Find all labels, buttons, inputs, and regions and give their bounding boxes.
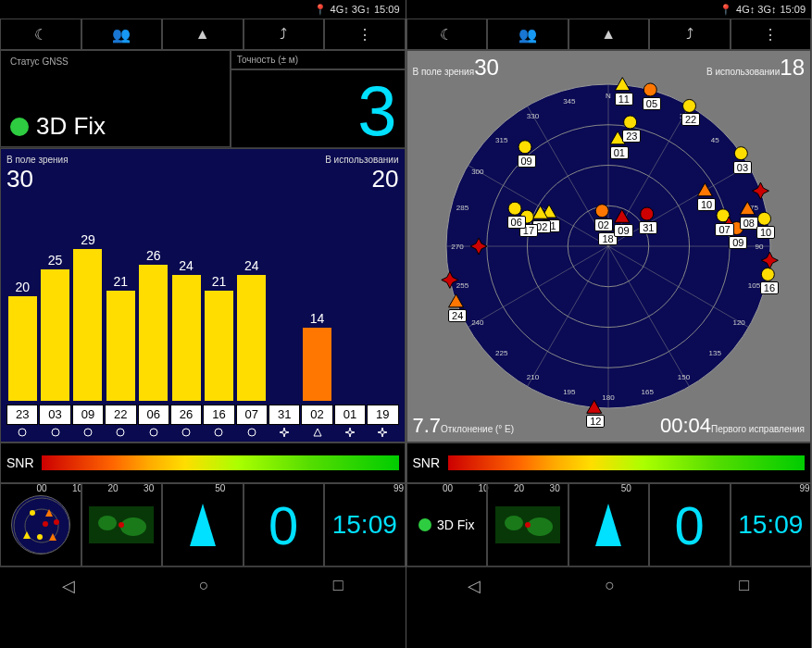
menu-icon: ⋮ <box>357 26 372 44</box>
accuracy-label: Точность (± м) <box>231 50 406 69</box>
people-icon: 👥 <box>518 26 537 44</box>
tab-arrow[interactable]: ▲ <box>568 19 650 50</box>
navbar-left: ◁ ○ □ <box>0 567 406 604</box>
deviation-label: Отклонение (° E) <box>441 424 514 434</box>
svg-point-72 <box>508 202 521 215</box>
bar-23: 20 <box>6 296 38 401</box>
snr-label: SNR <box>413 455 441 470</box>
svg-text:165: 165 <box>642 388 655 396</box>
tab-menu[interactable]: ⋮ <box>731 19 812 50</box>
sat-id-22: 22 <box>105 405 136 425</box>
svg-marker-10 <box>345 428 355 437</box>
sat-label-31: 31 <box>639 221 657 234</box>
tab-arrow[interactable]: ▲ <box>162 19 244 50</box>
speed-value: 0 <box>675 494 705 556</box>
time-cell[interactable]: 15:09 <box>731 483 812 567</box>
sat-shape-16 <box>203 427 234 438</box>
gnss-status-box[interactable]: Статус GNSS 3D Fix <box>0 50 231 147</box>
nav-back[interactable]: ◁ <box>62 576 75 596</box>
world-map-cell[interactable] <box>81 483 163 567</box>
nav-back[interactable]: ◁ <box>468 576 481 596</box>
bar-06: 26 <box>138 265 169 401</box>
svg-point-81 <box>758 212 771 225</box>
compass-icon <box>190 504 216 546</box>
svg-point-16 <box>54 519 59 525</box>
sat-label-08: 08 <box>740 217 758 230</box>
gnss-label: Статус GNSS <box>10 56 220 67</box>
accuracy-box[interactable]: Точность (± м) 3 <box>231 50 406 147</box>
arrow-icon: ▲ <box>195 26 210 43</box>
moon-icon: ☾ <box>440 26 453 44</box>
nav-home[interactable]: ○ <box>605 576 615 595</box>
speed-value: 0 <box>269 494 298 556</box>
svg-point-14 <box>30 510 35 516</box>
compass-cell[interactable] <box>568 483 650 567</box>
tab-moon[interactable]: ☾ <box>0 19 81 50</box>
share-icon: ⤴ <box>686 26 693 43</box>
svg-text:N: N <box>606 92 611 100</box>
nav-recent[interactable]: □ <box>333 576 344 595</box>
speed-cell[interactable]: 0 <box>244 483 325 567</box>
tab-people[interactable]: 👥 <box>487 19 568 50</box>
tabs-left: ☾ 👥 ▲ ⤴ ⋮ <box>0 19 406 50</box>
navbar-right: ◁ ○ □ <box>406 567 812 604</box>
bars-shapes <box>6 427 399 438</box>
svg-point-96 <box>525 522 531 528</box>
mini-radar-icon <box>11 495 70 555</box>
svg-point-82 <box>762 268 775 280</box>
svg-point-5 <box>182 429 190 436</box>
sat-label-09: 09 <box>518 155 536 168</box>
bar-22: 21 <box>105 291 136 401</box>
sky-radar[interactable]: В поле зрения30 В использовании18 N15304… <box>406 50 812 442</box>
accuracy-value: 3 <box>357 70 396 151</box>
sat-id-26: 26 <box>170 405 202 425</box>
bar-09: 29 <box>72 249 104 401</box>
sat-id-03: 03 <box>39 405 70 425</box>
location-icon: 📍 <box>314 4 327 16</box>
snr-bar-chart[interactable]: В поле зрения 30 В использовании 20 2025… <box>0 148 406 442</box>
first-fix-value: 00:04 <box>660 414 711 437</box>
right-pane: 📍 4G↕ 3G↕ 15:09 ☾ 👥 ▲ ⤴ ⋮ В поле зрения3… <box>406 0 813 648</box>
sat-shape-03 <box>39 427 70 438</box>
tab-share[interactable]: ⤴ <box>244 19 325 50</box>
svg-point-86 <box>683 99 696 112</box>
nav-recent[interactable]: □ <box>739 576 749 595</box>
tabs-right: ☾ 👥 ▲ ⤴ ⋮ <box>406 19 812 50</box>
compass-cell[interactable] <box>162 483 244 567</box>
tab-moon[interactable]: ☾ <box>406 19 488 50</box>
arrow-icon: ▲ <box>601 26 616 43</box>
svg-point-68 <box>641 207 654 220</box>
time-cell[interactable]: 15:09 <box>324 483 406 567</box>
nav-home[interactable]: ○ <box>199 576 209 595</box>
speed-cell[interactable]: 0 <box>649 483 731 567</box>
svg-point-84 <box>735 147 748 160</box>
sat-label-10: 10 <box>756 226 775 239</box>
time-value: 15:09 <box>332 510 397 540</box>
fix-text: 3D Fix <box>437 517 474 532</box>
sat-label-01: 01 <box>610 146 629 159</box>
svg-point-12 <box>14 498 69 554</box>
fix-status-cell[interactable]: 3D Fix <box>406 483 488 567</box>
sat-label-24: 24 <box>448 309 467 322</box>
svg-marker-8 <box>280 428 289 437</box>
svg-point-66 <box>595 205 608 218</box>
svg-text:210: 210 <box>527 373 540 381</box>
tab-share[interactable]: ⤴ <box>649 19 731 50</box>
tab-menu[interactable]: ⋮ <box>324 19 406 50</box>
svg-point-75 <box>518 141 531 154</box>
gnss-status-dot <box>418 518 431 531</box>
mini-radar-cell[interactable] <box>0 483 81 567</box>
svg-point-4 <box>150 429 157 436</box>
svg-text:195: 195 <box>563 388 576 396</box>
world-map-cell[interactable] <box>487 483 568 567</box>
svg-marker-11 <box>378 428 387 437</box>
bar-07: 24 <box>236 275 268 401</box>
sat-shape-23 <box>6 427 38 438</box>
sat-label-10: 10 <box>697 198 716 211</box>
sat-label-03: 03 <box>733 161 752 174</box>
world-map-icon <box>495 506 560 543</box>
tab-people[interactable]: 👥 <box>81 19 163 50</box>
svg-text:285: 285 <box>456 204 469 212</box>
svg-point-94 <box>505 516 523 530</box>
sat-shape-01 <box>334 427 366 438</box>
